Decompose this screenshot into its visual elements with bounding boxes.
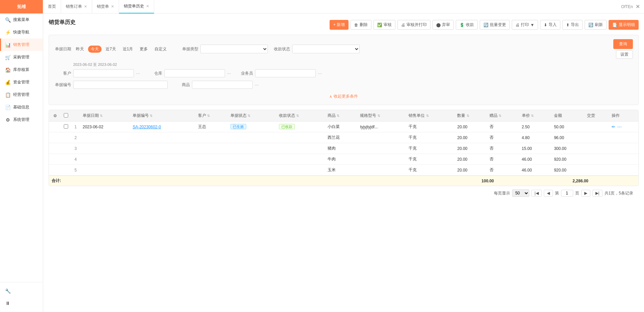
filter-row-date-range: 2023-06-02 至 2023-06-02 (54, 62, 633, 67)
warehouse-input[interactable] (164, 69, 225, 77)
docno-input[interactable] (73, 81, 168, 89)
new-button[interactable]: + 新增 (330, 20, 348, 30)
td-goods: 西兰花 (326, 132, 358, 143)
collect-button[interactable]: 💲 收款 (456, 20, 478, 30)
salesman-select-btn[interactable]: ··· (318, 71, 322, 76)
select-all-checkbox[interactable] (64, 113, 68, 118)
page-number-input[interactable] (561, 190, 573, 197)
td-actions (610, 165, 638, 176)
sort-paymentstatus-icon[interactable]: ⇅ (296, 114, 299, 118)
sys-mgmt-icon: ⚙ (5, 117, 10, 123)
sort-date-icon[interactable]: ⇅ (100, 114, 103, 118)
page-last-btn[interactable]: ▶| (592, 190, 603, 197)
td-docno: SA-20230602-0 (131, 122, 196, 132)
sort-docno-icon[interactable]: ⇅ (150, 114, 152, 118)
page-first-btn[interactable]: |◀ (531, 190, 541, 197)
sidebar-item-purchase-mgmt[interactable]: 🛒 采购管理 (0, 51, 43, 63)
import-button[interactable]: ⬇ 导入 (540, 20, 560, 30)
sidebar-item-inventory[interactable]: 🏠 库存核算 (0, 63, 43, 76)
td-spec (358, 154, 407, 165)
query-button[interactable]: 查询 (613, 39, 633, 49)
refresh-button[interactable]: 🔃 刷新 (585, 20, 607, 30)
tab-sales-order[interactable]: 销售订单 ✕ (61, 0, 92, 14)
sort-spec-icon[interactable]: ⇅ (377, 114, 380, 118)
goods-label: 商品 (173, 82, 190, 88)
td-rownum: 3 (71, 143, 81, 154)
sidebar-item-quick-nav[interactable]: ⚡ 快捷导航 (0, 26, 43, 38)
date-tab-custom[interactable]: 自定义 (152, 46, 169, 53)
delete-button[interactable]: 🗑 删除 (351, 20, 371, 30)
sidebar-item-sales-mgmt[interactable]: 📊 销售管理 (0, 38, 43, 51)
tab-sales-goods[interactable]: 销货单 ✕ (92, 0, 119, 14)
td-amount: 300.00 (552, 143, 585, 154)
quick-nav-icon: ⚡ (5, 30, 10, 35)
td-qty: 20.00 (455, 154, 487, 165)
page-prev-btn[interactable]: ◀ (544, 190, 553, 197)
sort-gift-icon[interactable]: ⇅ (499, 114, 501, 118)
td-transaction (585, 122, 610, 132)
collect-icon: 💲 (459, 23, 465, 27)
more-action-icon[interactable]: ⋯ (617, 124, 622, 129)
audit-button[interactable]: ✅ 审核 (373, 20, 395, 30)
doctype-select[interactable] (200, 45, 268, 53)
customer-select-btn[interactable]: ··· (136, 71, 140, 76)
customer-input[interactable] (73, 69, 134, 77)
audit-print-button[interactable]: 🖨 审核并打印 (397, 20, 430, 30)
print-button[interactable]: 🖨 打印 ▼ (512, 20, 538, 30)
tab-sales-history[interactable]: 销货单历史 ✕ (119, 0, 154, 14)
sidebar-item-operations[interactable]: 📋 经营管理 (0, 88, 43, 101)
date-tab-today[interactable]: 今天 (88, 46, 102, 53)
goods-select-btn[interactable]: ··· (255, 82, 259, 87)
date-tab-more[interactable]: 更多 (137, 46, 150, 53)
sidebar-item-tools[interactable]: 🔧 (0, 285, 43, 297)
search-menu-icon: 🔍 (5, 17, 10, 23)
warehouse-label: 仓库 (145, 71, 162, 76)
th-spec: 规格型号 ⇅ (358, 110, 407, 122)
topbar-brand: OfTEn (621, 4, 633, 9)
tab-home[interactable]: 首页 (43, 0, 61, 14)
sidebar-item-finance-mgmt[interactable]: 💰 资金管理 (0, 76, 43, 88)
setting-button[interactable]: 设置 (616, 50, 633, 59)
payment-status-select[interactable] (292, 45, 360, 53)
th-rownum (71, 110, 81, 122)
sidebar-item-basic-info[interactable]: 📄 基础信息 (0, 101, 43, 113)
export-button[interactable]: ⬆ 导出 (562, 20, 583, 30)
abandon-button[interactable]: ⬤ 弃审 (432, 20, 454, 30)
tab-sales-goods-close[interactable]: ✕ (111, 4, 114, 9)
sort-docstatus-icon[interactable]: ⇅ (248, 114, 250, 118)
date-tab-1month[interactable]: 近1月 (120, 46, 136, 53)
date-tab-yesterday[interactable]: 昨天 (73, 46, 87, 53)
sort-unit-icon[interactable]: ⇅ (426, 114, 429, 118)
td-gift: 否 (487, 165, 520, 176)
sidebar-item-collapse[interactable]: ⏸ (0, 297, 43, 309)
td-qty: 20.00 (455, 122, 487, 132)
sort-goods-icon[interactable]: ⇅ (337, 114, 339, 118)
sort-qty-icon[interactable]: ⇅ (467, 114, 469, 118)
th-qty: 数量 ⇅ (455, 110, 487, 122)
sort-unitprice-icon[interactable]: ⇅ (531, 114, 534, 118)
sidebar-item-label: 系统管理 (13, 117, 29, 123)
warehouse-select-btn[interactable]: ··· (227, 71, 231, 76)
td-customer (196, 143, 228, 154)
topbar-close-btn[interactable]: ✕ (636, 3, 640, 10)
docno-link[interactable]: SA-20230602-0 (133, 125, 161, 129)
sidebar-item-search-menu[interactable]: 🔍 搜索菜单 (0, 14, 43, 26)
batch-change-button[interactable]: 🔄 批量变更 (480, 20, 510, 30)
row-checkbox[interactable] (64, 124, 68, 129)
salesman-input[interactable] (255, 69, 316, 77)
goods-input[interactable] (192, 81, 253, 89)
tab-sales-history-close[interactable]: ✕ (146, 4, 149, 8)
show-detail-button[interactable]: 📑 显示明细 (609, 20, 639, 30)
sort-customer-icon[interactable]: ⇅ (207, 114, 210, 118)
td-transaction (585, 165, 610, 176)
per-page-select[interactable]: 50 100 200 (512, 189, 529, 197)
sidebar-item-sys-mgmt[interactable]: ⚙ 系统管理 (0, 113, 43, 126)
date-tab-7days[interactable]: 近7天 (103, 46, 119, 53)
collapse-button[interactable]: ∧ 收起更多条件 (54, 92, 633, 101)
content-area: 销货单历史 + 新增 🗑 删除 ✅ 审核 🖨 审核并打印 (43, 14, 644, 312)
audit-print-icon: 🖨 (401, 23, 405, 27)
tab-sales-order-close[interactable]: ✕ (84, 4, 87, 9)
page-next-btn[interactable]: ▶ (581, 190, 590, 197)
edit-action-icon[interactable]: ✏ (612, 124, 615, 129)
th-gear[interactable]: ⚙ (49, 110, 61, 122)
